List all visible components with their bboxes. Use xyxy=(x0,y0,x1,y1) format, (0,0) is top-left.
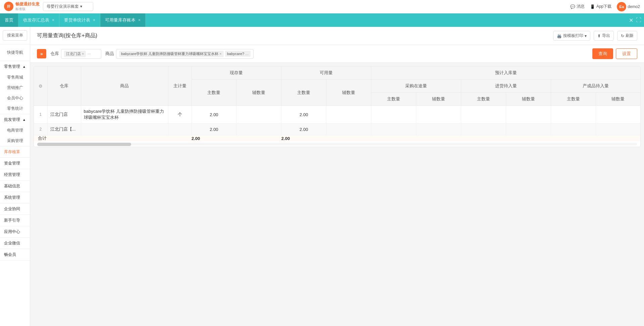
warehouse-tag-close-1[interactable]: × xyxy=(82,52,84,56)
warehouse-label: 仓库 xyxy=(50,51,59,57)
export-icon: ⬆ xyxy=(597,34,601,38)
search-menu-btn[interactable]: 搜索菜单 xyxy=(3,30,27,41)
app-download-btn[interactable]: 📱 App下载 xyxy=(590,4,611,9)
sidebar-section-ops: 经营管理 xyxy=(0,169,30,181)
sidebar-section-retail: 零售管理 ▲ 零售商城 营销推广 会员中心 零售统计 xyxy=(0,61,30,114)
warehouse-input[interactable]: 江北门店 × ··· xyxy=(61,49,101,59)
tab-home[interactable]: 首页 xyxy=(0,13,18,27)
scroll-bar-thumb[interactable] xyxy=(37,143,131,146)
row-purchase-main-1 xyxy=(371,106,416,124)
sidebar-item-retail-stats[interactable]: 零售统计 xyxy=(0,103,30,114)
refresh-btn[interactable]: ↻ 刷新 xyxy=(617,31,637,41)
settings-icon[interactable]: ⚙ xyxy=(39,84,43,89)
chevron-icon: ▲ xyxy=(22,65,26,68)
filter-more-icon[interactable]: ··· xyxy=(87,51,91,56)
total-product-aux xyxy=(596,135,640,142)
th-planned-in: 预计入库量 xyxy=(371,66,640,80)
th-incoming-aux: 辅数量 xyxy=(506,93,551,106)
sidebar-section-app-center: 应用中心 xyxy=(0,226,30,238)
row-product-aux-1 xyxy=(596,106,640,124)
sidebar-section-header-basic[interactable]: 基础信息 xyxy=(0,181,30,192)
sidebar-item-members[interactable]: 会员中心 xyxy=(0,93,30,103)
quick-nav: 快捷导航 xyxy=(0,44,30,61)
filter-actions: 查询 设置 xyxy=(592,48,637,59)
sidebar-section-header-system[interactable]: 系统管理 xyxy=(0,192,30,203)
warehouse-tag-1: 江北门店 × xyxy=(64,51,86,57)
chevron-down-icon: ▾ xyxy=(80,4,82,9)
total-stock-main: 2.00 xyxy=(192,135,236,142)
scroll-bar-area[interactable] xyxy=(37,143,637,145)
sidebar-section-header-member[interactable]: 畅会员 xyxy=(0,249,30,260)
sidebar-section-header-wholesale[interactable]: 批发管理 ▲ xyxy=(0,114,30,125)
row-stock-aux-1 xyxy=(236,106,281,124)
page-title: 可用量查询(按仓库+商品) xyxy=(37,32,97,39)
th-avail-aux: 辅数量 xyxy=(326,80,371,106)
tenant-select[interactable]: 母婴行业演示账套 ▾ xyxy=(43,2,93,11)
table-row: 2 江北门店【... 2.00 2.00 xyxy=(34,124,640,135)
tab-bar-right: ✕ ⛶ xyxy=(629,17,644,24)
sidebar-section-enterprise: 企业协同 xyxy=(0,203,30,215)
sidebar-section-header-app-center[interactable]: 应用中心 xyxy=(0,226,30,237)
table-container: ⚙ 仓库 商品 主计量 现存量 可用量 预计入库量 主数量 xyxy=(34,66,641,147)
row-product-main-1 xyxy=(551,106,596,124)
user-profile[interactable]: Ea demo2 xyxy=(617,2,640,11)
print-template-btn[interactable]: 🖨️ 按模板打印 ▾ xyxy=(553,31,590,41)
row-purchase-aux-1 xyxy=(416,106,461,124)
total-label: 合计 xyxy=(34,135,192,142)
sidebar-section-inventory: 库存核算 xyxy=(0,146,30,158)
row-product-main-2 xyxy=(551,124,596,135)
sidebar-section-newbie: 新手引导 xyxy=(0,215,30,226)
sidebar-item-quick-nav[interactable]: 快捷导航 xyxy=(0,47,30,58)
filter-warehouse-group: 仓库 江北门店 × ··· xyxy=(50,49,101,59)
logo-sub: 标准版 xyxy=(15,7,40,11)
sidebar-section-wholesale: 批发管理 ▲ 电商管理 采购管理 xyxy=(0,114,30,146)
row-num-2: 2 xyxy=(34,124,47,135)
table-scroll-area[interactable]: ⚙ 仓库 商品 主计量 现存量 可用量 预计入库量 主数量 xyxy=(34,66,640,141)
product-tag-close-1[interactable]: × xyxy=(219,52,221,56)
main-layout: 搜索菜单 快捷导航 零售管理 ▲ 零售商城 营销推广 会员中心 零售统计 批发管… xyxy=(0,27,644,326)
sidebar-section-header-retail[interactable]: 零售管理 ▲ xyxy=(0,61,30,72)
export-btn[interactable]: ⬆ 导出 xyxy=(594,31,614,41)
top-bar: 好 畅捷通好生意 标准版 母婴行业演示账套 ▾ 💬 消息 📱 App下载 Ea … xyxy=(0,0,644,13)
message-icon: 💬 xyxy=(570,4,575,9)
sidebar-item-ecommerce[interactable]: 电商管理 xyxy=(0,125,30,136)
row-product-2 xyxy=(81,124,168,135)
setting-btn[interactable]: 设置 xyxy=(616,48,637,59)
logo-icon: 好 xyxy=(4,2,13,11)
th-warehouse: 仓库 xyxy=(47,66,81,106)
message-btn[interactable]: 💬 消息 xyxy=(570,4,585,9)
sidebar-section-header-wechat[interactable]: 企业微信 xyxy=(0,238,30,249)
th-stock-aux: 辅数量 xyxy=(236,80,281,106)
tab-inventory[interactable]: 可用量库存账本 × xyxy=(100,13,146,27)
printer-icon: 🖨️ xyxy=(557,34,562,38)
total-stock-aux xyxy=(236,135,281,142)
query-btn[interactable]: 查询 xyxy=(592,48,613,59)
sidebar-section-header-finance[interactable]: 资金管理 xyxy=(0,158,30,169)
tab-order[interactable]: 要货单统计表 × xyxy=(59,13,100,27)
filter-expand-btn[interactable]: » xyxy=(37,49,46,58)
total-purchase-aux xyxy=(416,135,461,142)
th-settings: ⚙ xyxy=(34,66,47,106)
product-input[interactable]: babycare学饮杯 儿童防摔防撞吸管杯重力球吸嘴杯宝宝水杯 × babyca… xyxy=(116,49,254,59)
th-avail-main: 主数量 xyxy=(281,80,326,106)
sidebar-section-finance: 资金管理 xyxy=(0,158,30,169)
close-all-icon[interactable]: ✕ xyxy=(629,17,633,24)
row-incoming-main-1 xyxy=(461,106,506,124)
page-content: 可用量查询(按仓库+商品) 🖨️ 按模板打印 ▾ ⬆ 导出 ↻ 刷新 xyxy=(30,27,644,326)
tab-close-order[interactable]: × xyxy=(93,18,95,22)
sidebar-section-header-enterprise[interactable]: 企业协同 xyxy=(0,203,30,215)
data-table: ⚙ 仓库 商品 主计量 现存量 可用量 预计入库量 主数量 xyxy=(34,66,640,141)
sidebar-section-header-inventory[interactable]: 库存核算 xyxy=(0,146,30,157)
sidebar-item-purchase[interactable]: 采购管理 xyxy=(0,136,30,146)
sidebar-section-header-ops[interactable]: 经营管理 xyxy=(0,169,30,180)
tab-receive[interactable]: 收发存汇总表 × xyxy=(18,13,59,27)
sidebar-section-header-newbie[interactable]: 新手引导 xyxy=(0,215,30,226)
product-tag-2: babycare? ... xyxy=(225,51,251,57)
fullscreen-icon[interactable]: ⛶ xyxy=(636,17,641,23)
top-bar-right: 💬 消息 📱 App下载 Ea demo2 xyxy=(570,2,640,11)
tab-close-receive[interactable]: × xyxy=(52,18,54,22)
sidebar-item-retail-mall[interactable]: 零售商城 xyxy=(0,72,30,83)
sidebar-item-marketing[interactable]: 营销推广 xyxy=(0,83,30,93)
tab-close-inventory[interactable]: × xyxy=(138,18,141,22)
row-unit-1: 个 xyxy=(168,106,192,124)
